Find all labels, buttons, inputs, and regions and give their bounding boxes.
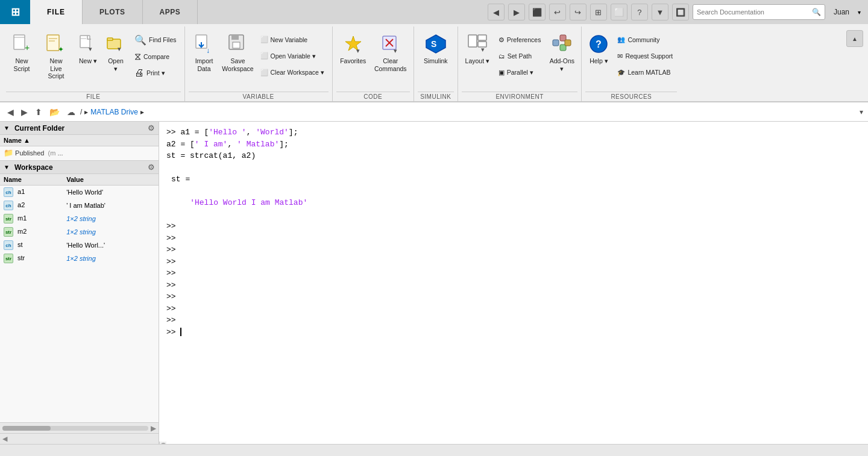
ws-row-str[interactable]: str str 1×2 string [0,252,159,265]
left-panel-scrollbar[interactable]: ▶ [0,422,159,433]
new-live-script-button[interactable]: ✦ NewLive Script [39,29,74,90]
open-variable-button[interactable]: ⬜ Open Variable ▾ [256,49,329,62]
vscroll-thumb[interactable] [161,443,166,444]
addr-fwd-btn[interactable]: ▶ [19,106,30,118]
layout-button[interactable]: ▾ Layout ▾ [462,29,493,90]
redo-btn[interactable]: ↪ [570,4,587,20]
tab-apps[interactable]: APPS [143,0,198,24]
ws-var-value-m1[interactable]: 1×2 string [66,215,96,222]
folder-col-name[interactable]: Name ▲ [0,135,159,146]
ribbon-group-code: ▾ Favorites ▾ ClearCommands CODE [333,27,414,101]
current-folder-header: ▼ Current Folder ⚙ [0,122,159,135]
dropdown-btn[interactable]: ▼ [652,4,668,20]
workspace-gear-icon[interactable]: ⚙ [148,163,155,172]
new-variable-button[interactable]: ⬜ New Variable [256,33,329,46]
window-btn[interactable]: 🔲 [672,4,689,20]
cmd-prompt-active[interactable]: >> [166,326,861,339]
nav-fwd-btn[interactable]: ▶ [508,4,525,20]
import-data-button[interactable]: ↓ ImportData [189,29,220,90]
cmd-prompt-3: >> [166,233,861,245]
addr-dropdown-arrow[interactable]: ▾ [860,108,863,116]
ribbon-collapse-btn[interactable]: ▲ [846,30,863,47]
ws-type-icon-a2: ch [4,201,13,210]
title-bar-right: ◀ ▶ ⬛ ↩ ↪ ⊞ ⬜ ? ▼ 🔲 🔍 Juan ▾ [488,0,868,24]
help-button[interactable]: ? Help ▾ [585,29,612,90]
folder-item-name-published: Published [15,149,44,157]
cmd-str-matlab: ' Matlab' [237,140,279,149]
clear-commands-icon: ▾ [380,33,401,55]
search-documentation-input[interactable] [697,8,810,16]
quick-access-btn[interactable]: ⬛ [529,4,546,20]
addr-matlab-drive[interactable]: MATLAB Drive [90,108,137,116]
new-button[interactable]: ▾ New ▾ [75,29,101,90]
ws-var-value-m2[interactable]: 1×2 string [66,228,96,236]
ws-col-value[interactable]: Value [63,174,159,186]
cmd-str-world: 'World' [256,128,289,137]
ws-row-m1[interactable]: str m1 1×2 string [0,212,159,225]
command-window-content[interactable]: >> a1 = ['Hello ', 'World']; a2 = [' I a… [159,122,868,442]
new-script-icon: + [11,33,33,55]
open-label: Open ▾ [105,57,126,72]
panel-bottom-left-arrow[interactable]: ◀ [2,435,7,443]
new-icon: ▾ [77,33,99,55]
help-btn[interactable]: ? [631,4,648,20]
folder-item-ellipsis[interactable]: ... [57,149,63,157]
favorites-button[interactable]: ▾ Favorites [336,29,370,90]
addr-cloud-btn[interactable]: ☁ [64,106,78,118]
cmd-prompt-4: >> [166,244,861,256]
hscroll-track[interactable] [2,426,148,431]
current-folder-collapse-arrow[interactable]: ▼ [4,125,10,131]
learn-matlab-button[interactable]: 🎓 Learn MATLAB [613,66,677,79]
ws-row-a1[interactable]: ch a1 'Hello World' [0,186,159,199]
svg-text:+: + [25,43,30,52]
addr-browse-btn[interactable]: 📂 [47,106,62,118]
addr-up-btn[interactable]: ⬆ [33,106,45,118]
nav-back-btn[interactable]: ◀ [488,4,505,20]
preferences-button[interactable]: ⚙ Preferences [494,34,546,46]
learn-matlab-label: Learn MATLAB [627,69,670,76]
svg-text:▾: ▾ [118,45,121,52]
undo-btn[interactable]: ↩ [549,4,566,20]
variable-small-buttons: ⬜ New Variable ⬜ Open Variable ▾ ⬜ Clear… [256,29,329,83]
ws-col-name[interactable]: Name [0,174,63,186]
compare-button[interactable]: ⧖ Compare [130,49,181,64]
svg-rect-26 [468,35,477,47]
find-files-button[interactable]: 🔍 Find Files [130,32,181,48]
import-data-label: ImportData [195,57,213,72]
svg-text:▾: ▾ [356,47,360,54]
user-dropdown-arrow[interactable]: ▾ [858,9,861,16]
ws-row-m2[interactable]: str m2 1×2 string [0,225,159,239]
addr-back-btn[interactable]: ◀ [5,106,16,118]
clear-workspace-button[interactable]: ⬜ Clear Workspace ▾ [256,66,329,79]
addons-button[interactable]: Add-Ons ▾ [546,29,577,90]
settings-btn[interactable]: ⬜ [611,4,627,20]
layout-btn[interactable]: ⊞ [590,4,607,20]
current-folder-gear-icon[interactable]: ⚙ [148,123,155,133]
hscroll-right-arrow[interactable]: ▶ [151,424,156,433]
ws-var-value-str[interactable]: 1×2 string [66,255,96,262]
workspace-collapse-arrow[interactable]: ▼ [4,164,10,170]
workspace-table: Name Value ch a1 'Hello World' [0,174,159,265]
clear-commands-button[interactable]: ▾ ClearCommands [371,29,410,90]
variable-group-items: ↓ ImportData SaveWorkspace ⬜ New Variabl… [189,29,329,90]
svg-text:▾: ▾ [89,45,92,52]
simulink-label: Simulink [424,57,448,65]
request-support-button[interactable]: ✉ Request Support [613,50,677,62]
save-workspace-button[interactable]: SaveWorkspace [221,29,255,90]
community-button[interactable]: 👥 Community [613,33,677,46]
parallel-button[interactable]: ▣ Parallel ▾ [494,66,546,78]
cmd-scrollbar[interactable] [159,442,166,444]
open-button[interactable]: ▾ Open ▾ [102,29,129,90]
user-menu[interactable]: Juan [829,8,854,16]
print-button[interactable]: 🖨 Print ▾ [130,65,181,81]
ws-row-st[interactable]: ch st 'Hello Worl...' [0,239,159,252]
new-script-button[interactable]: + NewScript [6,29,37,90]
ws-row-a2[interactable]: ch a2 ' I am Matlab' [0,199,159,212]
tab-plots[interactable]: PLOTS [83,0,143,24]
set-path-button[interactable]: 🗂 Set Path [494,50,546,62]
hscroll-thumb[interactable] [2,426,51,431]
search-documentation-box[interactable]: 🔍 [693,4,825,20]
folder-item-published[interactable]: 📁 Published (m ... [0,146,159,160]
tab-home[interactable]: FILE [30,0,83,24]
simulink-button[interactable]: S Simulink [418,29,454,90]
